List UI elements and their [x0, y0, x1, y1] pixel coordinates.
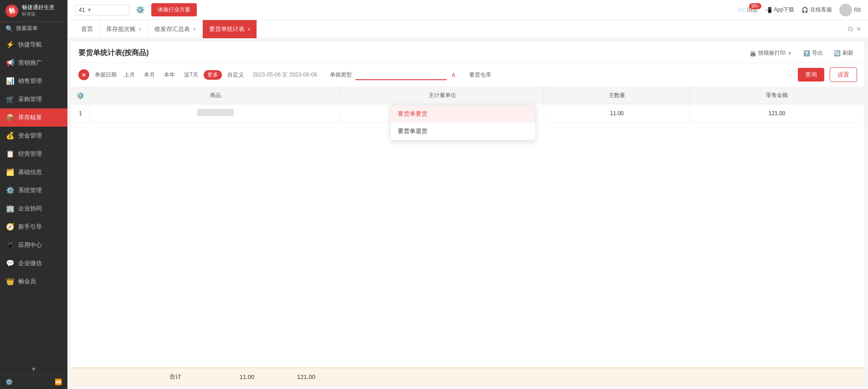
sidebar-item-system[interactable]: ⚙️ 系统管理 — [0, 181, 67, 200]
set-button[interactable]: 设置 — [830, 67, 857, 82]
inventory-icon: 📦 — [5, 113, 15, 122]
messages-btn[interactable]: ✉️ 消息 99+ — [738, 6, 758, 14]
date-filter-label: 单据日期 — [95, 71, 117, 79]
sidebar-item-wechat[interactable]: 💬 企业微信 — [0, 254, 67, 272]
date-7days-btn[interactable]: 近7天 — [180, 70, 202, 80]
collapse-icon[interactable]: ⏮️ — [55, 379, 62, 385]
topbar-left: 41 ▼ ⚙️ 体验行业方案 — [75, 3, 197, 16]
sidebar-nav: ⚡ 快捷导航 📢 营销推广 📊 销售管理 🛒 采购管理 📦 库存核算 💰 资金管… — [0, 36, 67, 364]
refresh-icon: 🔄 — [834, 50, 841, 56]
date-more-btn[interactable]: 更多 — [204, 70, 222, 80]
date-options: 上月 本月 本年 近7天 更多 自定义 — [120, 70, 247, 80]
row-no: 1 — [71, 104, 90, 123]
warehouse-filter-section: 要货仓库 ··· — [469, 71, 792, 79]
dropdown-item-request-return[interactable]: 要货单退货 — [390, 123, 535, 140]
member-icon: 👑 — [5, 277, 15, 286]
trial-button[interactable]: 体验行业方案 — [151, 3, 197, 16]
app-download-btn[interactable]: 📲 App下载 — [765, 6, 794, 14]
expand-filter-btn[interactable]: » — [78, 69, 89, 80]
dropdown-item-label: 要货单退货 — [398, 128, 427, 134]
sidebar-logo: 畅 畅捷通好生意 标准版 — [0, 0, 67, 22]
col-settings[interactable]: ⚙️ — [71, 87, 90, 104]
tab-request-close[interactable]: × — [247, 26, 250, 32]
sidebar-item-basic[interactable]: 🗂️ 基础信息 — [0, 163, 67, 181]
type-filter-clear-icon[interactable]: ∧ — [450, 70, 457, 79]
tab-close-all-icon[interactable]: × — [857, 25, 861, 33]
sidebar-scroll-down[interactable]: ▼ — [0, 364, 67, 374]
sidebar-item-label: 企业微信 — [18, 259, 42, 267]
print-dropdown-icon: ▼ — [787, 51, 792, 56]
warehouse-filter-dots[interactable]: ··· — [787, 72, 792, 78]
download-icon: 📲 — [765, 7, 772, 13]
date-custom-btn[interactable]: 自定义 — [224, 70, 247, 80]
tab-home[interactable]: 首页 — [75, 20, 100, 38]
store-name: 41 — [79, 7, 85, 13]
page-content: 要货单统计表(按商品) 🖨️ 按模板打印 ▼ ⬆️ 导出 🔄 刷新 — [71, 42, 864, 385]
guide-icon: 🧭 — [5, 222, 15, 231]
dropdown-item-label: 要货单要货 — [398, 110, 427, 117]
sidebar-item-app-center[interactable]: 📱 应用中心 — [0, 236, 67, 254]
sidebar-item-marketing[interactable]: 📢 营销推广 — [0, 54, 67, 72]
tab-request[interactable]: 要货单统计表 × — [203, 20, 257, 38]
sidebar-item-label: 畅会员 — [18, 277, 36, 286]
sidebar-item-label: 营销推广 — [18, 59, 42, 67]
topbar-right: ✉️ 消息 99+ 📲 App下载 🎧 在线客服 Rit — [738, 4, 861, 16]
refresh-btn[interactable]: 🔄 刷新 — [830, 47, 857, 59]
tab-receivable-close[interactable]: × — [193, 26, 195, 32]
store-selector[interactable]: 41 ▼ — [75, 5, 129, 15]
sidebar-item-enterprise[interactable]: 🏢 企业协同 — [0, 200, 67, 218]
main-content: 41 ▼ ⚙️ 体验行业方案 ✉️ 消息 99+ 📲 App下载 🎧 在线客服 — [67, 0, 868, 389]
tab-receivable[interactable]: 收发存汇总表 × — [148, 20, 202, 38]
finance-icon: 💰 — [5, 131, 15, 140]
online-service-btn[interactable]: 🎧 在线客服 — [801, 6, 832, 14]
col-unit: 主计量单位 — [341, 87, 544, 104]
sidebar-item-operations[interactable]: 📋 经营管理 — [0, 145, 67, 163]
date-range-display: 2023-05-06 至 2023-06-06 — [253, 71, 317, 79]
topbar-settings-icon[interactable]: ⚙️ — [134, 4, 147, 16]
sidebar-item-label: 库存核算 — [18, 113, 42, 122]
quick-nav-icon: ⚡ — [5, 40, 15, 49]
tab-batch-close[interactable]: × — [139, 26, 141, 32]
query-button[interactable]: 查询 — [798, 68, 824, 82]
user-avatar[interactable]: Rit — [839, 4, 861, 16]
tab-request-label: 要货单统计表 — [209, 25, 245, 33]
tab-batch[interactable]: 库存批次账 × — [100, 20, 148, 38]
table-header-row: ⚙️ 商品 主计量单位 主数量 零售金额 — [71, 87, 864, 104]
product-blurred — [197, 109, 234, 116]
footer-quantity: 11.00 — [224, 374, 270, 380]
date-prev-month-btn[interactable]: 上月 — [120, 70, 139, 80]
sidebar-item-label: 采购管理 — [18, 95, 42, 103]
logo-sub: 标准版 — [22, 11, 55, 17]
sidebar-item-member[interactable]: 👑 畅会员 — [0, 272, 67, 291]
sidebar-item-guide[interactable]: 🧭 新手引导 — [0, 218, 67, 236]
date-this-year-btn[interactable]: 本年 — [160, 70, 179, 80]
marketing-icon: 📢 — [5, 58, 15, 67]
tabbar: 首页 库存批次账 × 收发存汇总表 × 要货单统计表 × ⊡ × — [67, 20, 868, 38]
message-icon: ✉️ — [738, 7, 745, 13]
print-btn[interactable]: 🖨️ 按模板打印 ▼ — [746, 47, 796, 59]
export-label: 导出 — [812, 49, 823, 57]
sidebar-item-label: 资金管理 — [18, 132, 42, 140]
sidebar-item-purchase[interactable]: 🛒 采购管理 — [0, 90, 67, 108]
sidebar-item-sales[interactable]: 📊 销售管理 — [0, 72, 67, 90]
sidebar-item-inventory[interactable]: 📦 库存核算 — [0, 108, 67, 127]
message-badge: 99+ — [749, 3, 761, 9]
logo-name: 畅捷通好生意 — [22, 4, 55, 11]
page-actions: 🖨️ 按模板打印 ▼ ⬆️ 导出 🔄 刷新 — [746, 47, 857, 59]
sidebar-search[interactable]: 🔍 搜索菜单 — [0, 22, 67, 36]
dropdown-item-request-order[interactable]: 要货单要货 — [390, 105, 535, 123]
col-product: 商品 — [90, 87, 341, 104]
date-this-month-btn[interactable]: 本月 — [140, 70, 159, 80]
sidebar-item-finance[interactable]: 💰 资金管理 — [0, 127, 67, 145]
tab-expand-icon[interactable]: ⊡ — [848, 26, 853, 32]
type-filter-input[interactable] — [355, 69, 447, 80]
row-quantity: 11.00 — [544, 104, 690, 123]
sidebar-item-quick-nav[interactable]: ⚡ 快捷导航 — [0, 36, 67, 54]
table-settings-icon[interactable]: ⚙️ — [77, 92, 84, 99]
page-title: 要货单统计表(按商品) — [78, 48, 149, 58]
settings-icon[interactable]: ⚙️ — [5, 379, 13, 385]
type-dropdown: 要货单要货 要货单退货 — [390, 105, 536, 140]
sidebar-footer: ⚙️ ⏮️ — [0, 374, 67, 389]
topbar: 41 ▼ ⚙️ 体验行业方案 ✉️ 消息 99+ 📲 App下载 🎧 在线客服 — [67, 0, 868, 20]
export-btn[interactable]: ⬆️ 导出 — [800, 47, 827, 59]
